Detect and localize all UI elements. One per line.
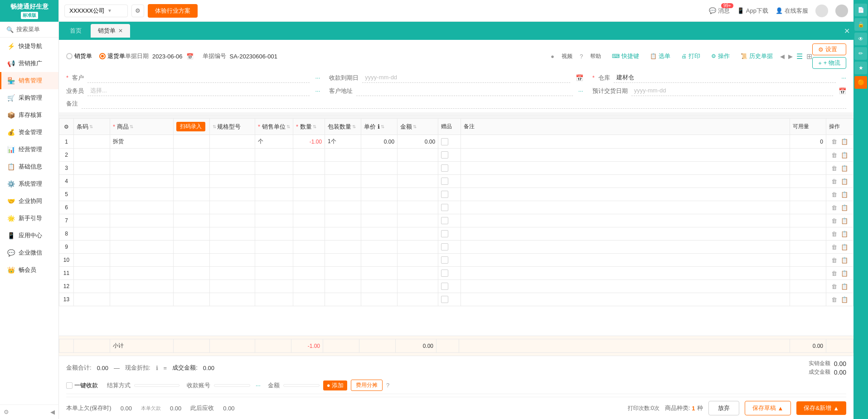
customer-input[interactable] [87,73,310,83]
delete-icon-6[interactable]: 🗑 [831,217,837,224]
collapse-icon[interactable]: ◀ [50,409,55,415]
cell-notes-2[interactable] [461,162,790,175]
cell-price-5[interactable] [361,201,398,214]
cell-amount-6[interactable] [398,214,438,227]
cell-spec-10[interactable] [210,267,255,280]
cell-gift-6[interactable] [438,214,461,227]
cell-unit-1[interactable] [255,149,293,162]
cell-barcode-9[interactable] [74,254,110,267]
cell-spec-5[interactable] [210,201,255,214]
cell-amount-1[interactable] [398,149,438,162]
copy-icon-4[interactable]: 📋 [841,191,848,198]
cell-notes-4[interactable] [461,188,790,201]
salesperson-input[interactable]: 选择... [87,86,310,96]
help-btn[interactable]: 帮助 [587,51,605,62]
cell-amount-3[interactable] [398,175,438,188]
copy-icon-2[interactable]: 📋 [841,165,848,172]
grid-view-icon[interactable]: ⊞ [806,52,812,61]
message-action[interactable]: 💬 消息 99+ [709,7,730,15]
cell-pkg-12[interactable] [325,293,361,306]
delete-icon-11[interactable]: 🗑 [831,283,837,290]
settlement-select[interactable] [134,384,179,387]
cell-gift-0[interactable] [438,135,461,149]
cell-qty-1[interactable] [293,149,325,162]
cell-product-0[interactable]: 拆货 [110,135,174,149]
copy-icon-10[interactable]: 📋 [841,270,848,277]
estimated-calendar-icon[interactable]: 📅 [839,87,846,95]
user-avatar2[interactable] [835,5,848,17]
settings-icon[interactable]: ⚙ [4,409,9,415]
cell-barcode-5[interactable] [74,201,110,214]
cell-barcode-0[interactable] [74,135,110,149]
cell-gift-11[interactable] [438,280,461,293]
account-dots[interactable]: ··· [256,382,261,389]
cell-pkg-9[interactable] [325,254,361,267]
sidebar-item-business[interactable]: 📊 经营管理 [0,141,58,158]
delete-icon-3[interactable]: 🗑 [831,178,837,185]
cell-gift-10[interactable] [438,267,461,280]
cell-notes-9[interactable] [461,254,790,267]
customer-dots[interactable]: ··· [315,74,320,81]
cell-gift-12[interactable] [438,293,461,306]
cell-notes-1[interactable] [461,149,790,162]
logistics-button[interactable]: + + 物流 [812,57,846,69]
sidebar-item-member[interactable]: 👑 畅会员 [0,261,58,279]
cell-product-8[interactable] [110,241,174,254]
th-settings[interactable]: ⚙ [59,119,74,135]
cell-qty-11[interactable] [293,280,325,293]
calendar-icon[interactable]: 📅 [186,53,194,60]
cell-unit-2[interactable] [255,162,293,175]
amount-input[interactable] [283,384,320,387]
delete-icon-2[interactable]: 🗑 [831,165,837,172]
scan-btn[interactable]: 扫码录入 [176,122,205,131]
right-btn-star[interactable]: ★ [854,62,867,74]
cell-gift-5[interactable] [438,201,461,214]
notes-input[interactable] [82,99,846,109]
cell-barcode-10[interactable] [74,267,110,280]
cell-spec-12[interactable] [210,293,255,306]
tab-home[interactable]: 首页 [63,24,89,38]
fee-split-button[interactable]: 费用分摊 [351,380,383,391]
cell-gift-7[interactable] [438,227,461,241]
cell-product-12[interactable] [110,293,174,306]
cell-product-4[interactable] [110,188,174,201]
cell-notes-3[interactable] [461,175,790,188]
delete-icon-4[interactable]: 🗑 [831,191,837,198]
add-fee-button[interactable]: ● 添加 [323,380,347,390]
cell-amount-8[interactable] [398,241,438,254]
cell-barcode-7[interactable] [74,227,110,241]
cell-pkg-10[interactable] [325,267,361,280]
cell-notes-0[interactable] [461,135,790,149]
payment-due-input[interactable]: yyyy-mm-dd [362,73,570,83]
cell-qty-3[interactable] [293,175,325,188]
company-selector[interactable]: XXXXXX公司 ▼ [64,5,128,17]
cell-spec-8[interactable] [210,241,255,254]
cell-unit-8[interactable] [255,241,293,254]
cell-unit-10[interactable] [255,267,293,280]
cell-pkg-0[interactable]: 1个 [325,135,361,149]
nav-next-icon[interactable]: ▶ [788,53,793,60]
close-all-button[interactable]: ✕ [844,27,850,35]
shortcut-btn[interactable]: ⌨ 快捷键 [608,50,643,62]
tab-close-icon[interactable]: ✕ [118,28,123,34]
cell-spec-0[interactable] [210,135,255,149]
cell-amount-11[interactable] [398,280,438,293]
cell-spec-2[interactable] [210,162,255,175]
cell-pkg-3[interactable] [325,175,361,188]
one-key-pay-checkbox[interactable] [66,382,73,389]
sidebar-item-wechat[interactable]: 💬 企业微信 [0,244,58,261]
settings-button[interactable]: ⚙ [131,5,144,17]
cell-amount-10[interactable] [398,267,438,280]
cell-product-6[interactable] [110,214,174,227]
cell-unit-7[interactable] [255,227,293,241]
cell-product-1[interactable] [110,149,174,162]
cell-pkg-5[interactable] [325,201,361,214]
cell-pkg-1[interactable] [325,149,361,162]
cell-pkg-4[interactable] [325,188,361,201]
cell-notes-7[interactable] [461,227,790,241]
cell-price-4[interactable] [361,188,398,201]
cell-pkg-8[interactable] [325,241,361,254]
cell-amount-5[interactable] [398,201,438,214]
cell-amount-7[interactable] [398,227,438,241]
radio-sale-order[interactable]: 销货单 [66,52,92,60]
